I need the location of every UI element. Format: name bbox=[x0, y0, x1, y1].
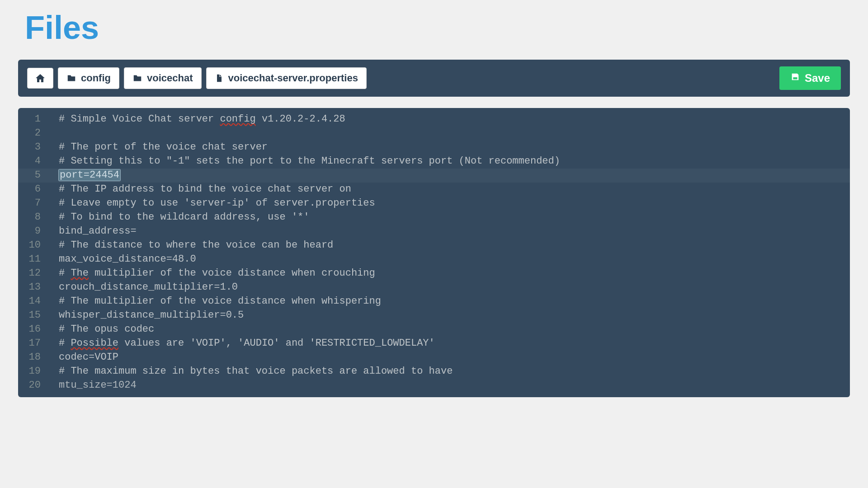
line-text[interactable]: # The port of the voice chat server bbox=[59, 141, 850, 155]
line-number: 7 bbox=[18, 197, 59, 211]
line-text[interactable]: # The distance to where the voice can be… bbox=[59, 239, 850, 253]
code-line[interactable]: 16# The opus codec bbox=[18, 323, 850, 337]
selected-text[interactable]: port=24454 bbox=[59, 169, 120, 181]
line-number: 4 bbox=[18, 155, 59, 169]
line-number: 19 bbox=[18, 365, 59, 379]
line-text[interactable]: max_voice_distance=48.0 bbox=[59, 253, 850, 267]
code-line[interactable]: 7# Leave empty to use 'server-ip' of ser… bbox=[18, 197, 850, 211]
breadcrumb-label: voicechat-server.properties bbox=[228, 72, 358, 84]
line-number: 13 bbox=[18, 281, 59, 295]
code-line[interactable]: 1# Simple Voice Chat server config v1.20… bbox=[18, 113, 850, 127]
line-number: 10 bbox=[18, 239, 59, 253]
line-number: 20 bbox=[18, 379, 59, 393]
breadcrumb-folder-voicechat[interactable]: voicechat bbox=[124, 67, 202, 89]
editor-content[interactable]: 1# Simple Voice Chat server config v1.20… bbox=[18, 113, 850, 393]
code-line[interactable]: 13crouch_distance_multiplier=1.0 bbox=[18, 281, 850, 295]
code-line[interactable]: 14# The multiplier of the voice distance… bbox=[18, 295, 850, 309]
code-line[interactable]: 2 bbox=[18, 127, 850, 141]
code-line[interactable]: 8# To bind to the wildcard address, use … bbox=[18, 211, 850, 225]
code-line[interactable]: 12# The multiplier of the voice distance… bbox=[18, 267, 850, 281]
code-line[interactable]: 17# Possible values are 'VOIP', 'AUDIO' … bbox=[18, 337, 850, 351]
line-number: 14 bbox=[18, 295, 59, 309]
line-text[interactable]: # The multiplier of the voice distance w… bbox=[59, 295, 850, 309]
code-line[interactable]: 3# The port of the voice chat server bbox=[18, 141, 850, 155]
breadcrumb-folder-config[interactable]: config bbox=[58, 67, 119, 89]
spellcheck-word: config bbox=[220, 113, 255, 125]
save-icon bbox=[790, 72, 800, 84]
code-line[interactable]: 19# The maximum size in bytes that voice… bbox=[18, 365, 850, 379]
breadcrumb-home[interactable] bbox=[27, 68, 53, 89]
line-number: 1 bbox=[18, 113, 59, 127]
code-line[interactable]: 18codec=VOIP bbox=[18, 351, 850, 365]
code-line[interactable]: 10# The distance to where the voice can … bbox=[18, 239, 850, 253]
breadcrumb-label: config bbox=[81, 72, 111, 84]
line-text[interactable]: # The IP address to bind the voice chat … bbox=[59, 183, 850, 197]
line-number: 6 bbox=[18, 183, 59, 197]
folder-icon bbox=[66, 73, 76, 83]
file-icon bbox=[215, 73, 224, 83]
line-number: 12 bbox=[18, 267, 59, 281]
line-number: 3 bbox=[18, 141, 59, 155]
line-number: 9 bbox=[18, 225, 59, 239]
line-text[interactable]: # The opus codec bbox=[59, 323, 850, 337]
code-line[interactable]: 9bind_address= bbox=[18, 225, 850, 239]
code-editor[interactable]: 1# Simple Voice Chat server config v1.20… bbox=[18, 108, 850, 397]
line-number: 16 bbox=[18, 323, 59, 337]
line-text[interactable]: port=24454 bbox=[59, 169, 850, 183]
line-number: 8 bbox=[18, 211, 59, 225]
save-button[interactable]: Save bbox=[779, 66, 841, 90]
line-text[interactable]: # The multiplier of the voice distance w… bbox=[59, 267, 850, 281]
save-button-label: Save bbox=[805, 72, 830, 84]
line-text[interactable]: # To bind to the wildcard address, use '… bbox=[59, 211, 850, 225]
line-text[interactable]: # The maximum size in bytes that voice p… bbox=[59, 365, 850, 379]
breadcrumb-label: voicechat bbox=[147, 72, 193, 84]
code-line[interactable]: 5port=24454 bbox=[18, 169, 850, 183]
code-line[interactable]: 6# The IP address to bind the voice chat… bbox=[18, 183, 850, 197]
code-line[interactable]: 11max_voice_distance=48.0 bbox=[18, 253, 850, 267]
folder-icon bbox=[132, 73, 142, 83]
line-number: 15 bbox=[18, 309, 59, 323]
code-line[interactable]: 15whisper_distance_multiplier=0.5 bbox=[18, 309, 850, 323]
breadcrumb-toolbar: config voicechat voicechat-server.proper… bbox=[18, 60, 850, 97]
line-text[interactable]: # Setting this to "-1" sets the port to … bbox=[59, 155, 850, 169]
line-number: 18 bbox=[18, 351, 59, 365]
line-text[interactable]: bind_address= bbox=[59, 225, 850, 239]
code-line[interactable]: 4# Setting this to "-1" sets the port to… bbox=[18, 155, 850, 169]
line-text[interactable]: # Simple Voice Chat server config v1.20.… bbox=[59, 113, 850, 127]
line-number: 11 bbox=[18, 253, 59, 267]
spellcheck-word: Possible bbox=[71, 338, 118, 349]
line-number: 17 bbox=[18, 337, 59, 351]
line-number: 2 bbox=[18, 127, 59, 141]
spellcheck-word: The bbox=[71, 267, 89, 279]
line-text[interactable]: whisper_distance_multiplier=0.5 bbox=[59, 309, 850, 323]
line-text[interactable]: # Possible values are 'VOIP', 'AUDIO' an… bbox=[59, 337, 850, 351]
line-text[interactable]: codec=VOIP bbox=[59, 351, 850, 365]
line-text[interactable]: # Leave empty to use 'server-ip' of serv… bbox=[59, 197, 850, 211]
code-line[interactable]: 20mtu_size=1024 bbox=[18, 379, 850, 393]
home-icon bbox=[35, 73, 46, 84]
line-number: 5 bbox=[18, 169, 59, 183]
line-text[interactable]: crouch_distance_multiplier=1.0 bbox=[59, 281, 850, 295]
breadcrumb-file-current[interactable]: voicechat-server.properties bbox=[206, 67, 367, 89]
line-text[interactable]: mtu_size=1024 bbox=[59, 379, 850, 393]
page-title: Files bbox=[25, 9, 850, 46]
